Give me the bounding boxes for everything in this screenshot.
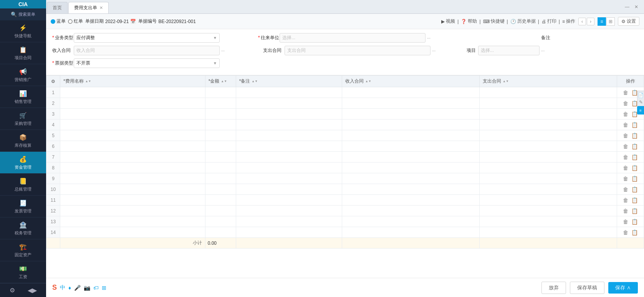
row-name-14[interactable]	[60, 227, 205, 238]
income-contract-more-btn[interactable]: ···	[221, 48, 225, 53]
sidebar-item-quicknav[interactable]: ⚡ 快捷导航	[0, 20, 46, 42]
row-amount-2[interactable]	[205, 98, 236, 109]
settings-button[interactable]: ⚙ 设置	[618, 17, 639, 26]
right-tab-icon2[interactable]: ✎	[639, 100, 643, 105]
row-amount-7[interactable]	[205, 152, 236, 163]
help-btn[interactable]: ❓ 帮助	[461, 18, 477, 25]
row-income-3[interactable]	[342, 109, 480, 119]
row-income-7[interactable]	[342, 152, 480, 163]
row-amount-12[interactable]	[205, 206, 236, 216]
row-name-4[interactable]	[60, 119, 205, 130]
project-more-btn[interactable]: ···	[541, 48, 545, 53]
sidebar-search[interactable]: 🔍 搜索菜单	[0, 8, 46, 20]
row-delete-4[interactable]: 🗑	[623, 122, 628, 128]
row-delete-14[interactable]: 🗑	[623, 229, 628, 236]
row-copy-6[interactable]: 📋	[631, 143, 638, 149]
sidebar-item-marketing[interactable]: 📢 营销推广	[0, 64, 46, 86]
business-type-select[interactable]: 应付调整 ▼	[74, 33, 220, 43]
row-copy-12[interactable]: 📋	[631, 208, 638, 214]
row-copy-4[interactable]: 📋	[631, 122, 638, 128]
expense-contract-input[interactable]: 支出合同	[285, 46, 430, 55]
row-income-14[interactable]	[342, 227, 480, 238]
row-remark-10[interactable]	[236, 184, 342, 195]
row-amount-5[interactable]	[205, 130, 236, 141]
row-income-6[interactable]	[342, 141, 480, 152]
calendar-icon[interactable]: 📅	[130, 19, 136, 24]
row-amount-1[interactable]	[205, 87, 236, 98]
tab-home[interactable]: 首页	[47, 2, 68, 13]
mic-icon[interactable]: 🎤	[74, 285, 81, 291]
row-amount-10[interactable]	[205, 184, 236, 195]
row-expense-11[interactable]	[480, 195, 617, 206]
row-amount-4[interactable]	[205, 119, 236, 130]
row-remark-4[interactable]	[236, 119, 342, 130]
row-expense-10[interactable]	[480, 184, 617, 195]
row-name-3[interactable]	[60, 109, 205, 119]
row-delete-3[interactable]: 🗑	[623, 111, 628, 117]
hotkey-btn[interactable]: ⌨ 快捷键	[483, 18, 505, 25]
row-expense-7[interactable]	[480, 152, 617, 163]
sidebar-item-purchase[interactable]: 🛒 采购管理	[0, 108, 46, 130]
row-delete-2[interactable]: 🗑	[623, 100, 628, 106]
row-remark-11[interactable]	[236, 195, 342, 206]
row-delete-5[interactable]: 🗑	[623, 133, 628, 139]
radio-red[interactable]: 红单	[68, 18, 83, 25]
row-name-1[interactable]	[60, 87, 205, 98]
row-amount-8[interactable]	[205, 163, 236, 173]
sidebar-item-tax[interactable]: 🏦 税务管理	[0, 217, 46, 239]
expense-contract-more-btn[interactable]: ···	[432, 48, 435, 53]
row-copy-11[interactable]: 📋	[631, 197, 638, 203]
grid2-icon[interactable]: ⊞	[102, 285, 106, 291]
row-remark-6[interactable]	[236, 141, 342, 152]
row-expense-4[interactable]	[480, 119, 617, 130]
row-remark-12[interactable]	[236, 206, 342, 216]
print-btn[interactable]: 🖨 打印	[541, 18, 556, 25]
sidebar-item-inventory[interactable]: 📦 库存核算	[0, 130, 46, 152]
right-tab-icon1[interactable]: 📄	[638, 93, 644, 98]
row-name-11[interactable]	[60, 195, 205, 206]
counterparty-input[interactable]: 选择...	[280, 33, 425, 43]
row-copy-7[interactable]: 📋	[631, 154, 638, 160]
operation-btn[interactable]: ≡ 操作	[562, 18, 575, 25]
row-remark-8[interactable]	[236, 163, 342, 173]
row-income-10[interactable]	[342, 184, 480, 195]
row-delete-1[interactable]: 🗑	[623, 90, 628, 96]
nav-next-button[interactable]: ›	[587, 18, 594, 25]
row-copy-8[interactable]: 📋	[631, 165, 638, 171]
row-expense-9[interactable]	[480, 173, 617, 184]
row-delete-9[interactable]: 🗑	[623, 176, 628, 182]
row-expense-12[interactable]	[480, 206, 617, 216]
nav-prev-button[interactable]: ‹	[578, 18, 586, 25]
row-name-12[interactable]	[60, 206, 205, 216]
camera-icon[interactable]: 📷	[84, 285, 90, 291]
row-amount-13[interactable]	[205, 216, 236, 227]
row-name-6[interactable]	[60, 141, 205, 152]
row-copy-5[interactable]: 📋	[631, 133, 638, 139]
row-name-8[interactable]	[60, 163, 205, 173]
row-copy-14[interactable]: 📋	[631, 229, 638, 236]
row-remark-9[interactable]	[236, 173, 342, 184]
tab-expense[interactable]: 费用支出单 ✕	[68, 2, 109, 13]
sidebar-item-ledger[interactable]: 📒 总账管理	[0, 174, 46, 196]
close-window-button[interactable]: ✕	[632, 2, 641, 12]
row-copy-13[interactable]: 📋	[631, 219, 638, 225]
invoice-type-select[interactable]: 不开票 ▼	[74, 58, 220, 68]
row-name-2[interactable]	[60, 98, 205, 109]
sidebar-item-fixedasset[interactable]: 🏗️ 固定资产	[0, 239, 46, 261]
sidebar-item-finance[interactable]: 💰 资金管理	[0, 152, 46, 174]
row-delete-12[interactable]: 🗑	[623, 208, 628, 214]
radio-blue[interactable]: 蓝单	[51, 18, 66, 25]
row-income-13[interactable]	[342, 216, 480, 227]
sort-expense-icon[interactable]: ▲▼	[503, 80, 509, 83]
row-amount-14[interactable]	[205, 227, 236, 238]
row-delete-6[interactable]: 🗑	[623, 143, 628, 149]
sort-name-icon[interactable]: ▲▼	[85, 80, 91, 83]
row-copy-10[interactable]: 📋	[631, 186, 638, 192]
row-delete-8[interactable]: 🗑	[623, 165, 628, 171]
project-input[interactable]: 选择...	[478, 46, 540, 55]
row-income-2[interactable]	[342, 98, 480, 109]
tag-icon[interactable]: 🏷	[93, 285, 99, 291]
row-expense-13[interactable]	[480, 216, 617, 227]
row-remark-1[interactable]	[236, 87, 342, 98]
tab-expense-close[interactable]: ✕	[99, 5, 103, 10]
